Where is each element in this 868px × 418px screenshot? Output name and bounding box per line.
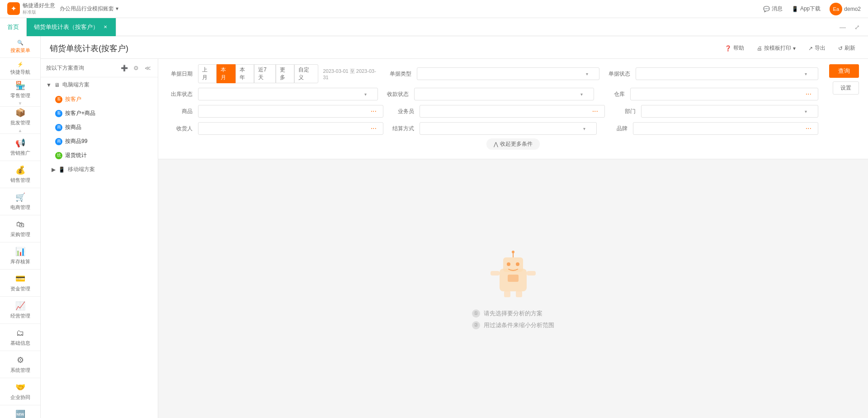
download-icon: 📱 xyxy=(792,6,798,12)
scheme-item-return-stats[interactable]: 统 退货统计 xyxy=(41,148,158,162)
sidebar-item-inventory[interactable]: 📊 库存核算 xyxy=(0,242,40,270)
collection-select[interactable]: ▾ xyxy=(414,88,594,100)
sidebar-item-enterprise[interactable]: 🤝 企业协同 xyxy=(0,378,40,405)
sidebar-item-basic[interactable]: 🗂 基础信息 xyxy=(0,324,40,351)
date-label: 单据日期 xyxy=(167,70,193,78)
brand-label: 品牌 xyxy=(602,125,627,133)
sidebar-item-marketing[interactable]: 📢 营销推广 xyxy=(0,134,40,161)
scheme-add-button[interactable]: ➕ xyxy=(120,63,129,72)
basic-icon: 🗂 xyxy=(16,328,24,338)
user-menu[interactable]: Ea demo2 xyxy=(830,3,861,15)
consignee-dots-button[interactable]: ··· xyxy=(368,125,379,132)
consignee-label: 收货人 xyxy=(167,125,193,133)
message-button[interactable]: 💬 消息 xyxy=(763,5,783,13)
collapse-button[interactable]: ⋀ 收起更多条件 xyxy=(486,138,540,150)
settlement-label: 结算方式 xyxy=(389,125,414,133)
date-tab-more[interactable]: 更多 xyxy=(276,64,294,83)
sidebar-item-newuser[interactable]: 🆕 新手引导 xyxy=(0,405,40,418)
scheme-collapse-icon[interactable]: ≪ xyxy=(143,63,152,72)
retail-arrow-icon: ▼ xyxy=(18,101,23,106)
template-print-button[interactable]: 🖨 按模板打印 ▾ xyxy=(753,43,799,54)
help-button[interactable]: ❓ 帮助 xyxy=(721,43,748,54)
scheme-item-icon-customer-goods: 客 xyxy=(55,110,62,117)
help-icon: ❓ xyxy=(725,45,731,52)
tab-maximize-button[interactable]: ⤢ xyxy=(852,22,863,33)
refresh-button[interactable]: ↺ 刷新 xyxy=(835,43,859,54)
tab-home[interactable]: 首页 xyxy=(0,18,27,36)
breadcrumb-arrow-icon: ▾ xyxy=(116,5,118,12)
system-icon: ⚙ xyxy=(17,355,24,365)
tab-sales-stats[interactable]: 销货单统计表（按客户） ✕ xyxy=(27,18,116,36)
scheme-group-folder-icon: 🖥 xyxy=(54,82,60,88)
scheme-item-by-customer[interactable]: 客 按客户 xyxy=(41,92,158,106)
warehouse-label: 仓库 xyxy=(599,90,625,98)
sidebar-item-sales[interactable]: 💰 销售管理 xyxy=(0,161,40,188)
settings-button[interactable]: 设置 xyxy=(833,81,859,95)
sidebar-item-ecommerce[interactable]: 🛒 电商管理 xyxy=(0,188,40,215)
dept-select[interactable]: ▾ xyxy=(641,105,818,118)
scheme-item-by-goods[interactable]: 商 按商品 xyxy=(41,120,158,134)
newuser-icon: 🆕 xyxy=(15,409,25,418)
scheme-panel-title: 按以下方案查询 xyxy=(46,64,84,72)
scheme-group-mobile[interactable]: ▶ 📱 移动端方案 xyxy=(41,162,158,176)
date-tab-last-month[interactable]: 上月 xyxy=(198,64,217,83)
sidebar-item-wholesale[interactable]: 📦 批发管理 ▲ xyxy=(0,107,40,134)
salesman-label: 业务员 xyxy=(389,108,414,115)
message-icon: 💬 xyxy=(763,6,770,12)
doc-type-arrow-icon: ▾ xyxy=(586,71,588,76)
svg-point-5 xyxy=(512,251,514,253)
logo-sub: 标准版 xyxy=(23,9,55,15)
scheme-item-icon-customer: 客 xyxy=(55,96,62,103)
logo-text: 畅捷通好生意 xyxy=(23,2,55,9)
date-tab-this-month[interactable]: 本月 xyxy=(217,64,235,83)
goods-dots-button[interactable]: ··· xyxy=(368,108,379,115)
sidebar-item-purchase[interactable]: 🛍 采购管理 xyxy=(0,215,40,242)
date-tab-7days[interactable]: 近7天 xyxy=(254,64,276,83)
scheme-item-by-customer-goods[interactable]: 客 按客户+商品 xyxy=(41,106,158,120)
scheme-group-mobile-icon: 📱 xyxy=(58,166,65,173)
svg-rect-10 xyxy=(508,275,519,282)
query-button[interactable]: 查询 xyxy=(829,64,859,78)
sidebar-item-retail[interactable]: 🏪 零售管理 ▼ xyxy=(0,80,40,107)
scheme-settings-icon[interactable]: ⚙ xyxy=(132,63,141,72)
sidebar-item-shortcuts[interactable]: ⚡ 快捷导航 xyxy=(0,58,40,80)
goods-label: 商品 xyxy=(167,108,193,115)
empty-illustration xyxy=(486,248,540,304)
tab-minimize-button[interactable]: — xyxy=(837,22,848,33)
search-icon: 🔍 xyxy=(17,40,24,46)
refresh-icon: ↺ xyxy=(838,45,843,52)
wholesale-icon: 📦 xyxy=(15,108,25,118)
outbound-select[interactable]: ▾ xyxy=(198,88,378,100)
svg-rect-6 xyxy=(504,291,510,297)
date-tab-custom[interactable]: 自定义 xyxy=(294,64,318,83)
scheme-panel: 按以下方案查询 ➕ ⚙ ≪ ▼ 🖥 电脑端方案 xyxy=(41,59,158,418)
warehouse-dots-button[interactable]: ··· xyxy=(803,90,814,98)
brand-dots-button[interactable]: ··· xyxy=(803,125,814,132)
salesman-dots-button[interactable]: ··· xyxy=(590,108,601,115)
enterprise-icon: 🤝 xyxy=(15,382,25,392)
tab-close-icon[interactable]: ✕ xyxy=(102,24,108,30)
sidebar-item-finance[interactable]: 💳 资金管理 xyxy=(0,270,40,297)
export-icon: ↗ xyxy=(808,45,813,52)
settlement-select[interactable]: ▾ xyxy=(420,122,597,135)
settlement-arrow-icon: ▾ xyxy=(583,126,585,131)
avatar: Ea xyxy=(830,3,842,15)
sidebar-item-search[interactable]: 🔍 搜索菜单 xyxy=(0,36,40,58)
sidebar-item-system[interactable]: ⚙ 系统管理 xyxy=(0,351,40,378)
doc-type-select[interactable]: ▾ xyxy=(417,67,599,80)
hint-text-1: 请先选择要分析的方案 xyxy=(484,309,542,318)
scheme-item-icon-return: 统 xyxy=(55,152,62,159)
export-button[interactable]: ↗ 导出 xyxy=(805,43,829,54)
sidebar: 🔍 搜索菜单 ⚡ 快捷导航 🏪 零售管理 ▼ 📦 批发管理 ▲ 📢 营销推广 xyxy=(0,36,41,418)
scheme-group-desktop[interactable]: ▼ 🖥 电脑端方案 xyxy=(41,77,158,92)
app-download-button[interactable]: 📱 App下载 xyxy=(792,5,821,13)
logo-icon: ✦ xyxy=(7,2,20,15)
scheme-item-by-goods99[interactable]: 商 按商品99 xyxy=(41,134,158,148)
finance-icon: 💳 xyxy=(15,274,25,284)
doc-status-select[interactable]: ▾ xyxy=(636,67,818,80)
hint-num-2: ② xyxy=(472,321,480,329)
collection-arrow-icon: ▾ xyxy=(580,92,583,97)
wholesale-arrow-icon: ▲ xyxy=(18,128,23,133)
date-tab-this-year[interactable]: 本年 xyxy=(236,64,254,83)
sidebar-item-operations[interactable]: 📈 经营管理 xyxy=(0,297,40,324)
